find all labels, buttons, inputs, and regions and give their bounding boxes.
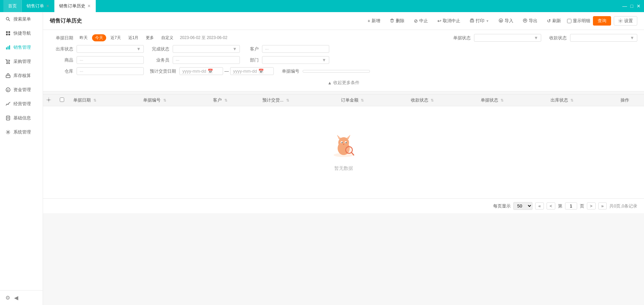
main-layout: 搜索菜单 快捷导航 销售管理 采购管理 库存核算 (0, 12, 644, 305)
th-order-no-label: 单据编号 (143, 98, 161, 103)
sidebar-item-system-mgmt[interactable]: 系统管理 (0, 125, 43, 139)
sidebar-item-basic-info[interactable]: 基础信息 (0, 111, 43, 125)
stop-icon: ⊘ (414, 18, 418, 24)
date-last1m[interactable]: 近1月 (125, 34, 142, 41)
order-no-label: 单据编号 (279, 68, 303, 74)
sidebar-settings-icon[interactable]: ⚙ (5, 295, 10, 301)
svg-rect-6 (6, 47, 7, 49)
new-label: 新增 (372, 18, 380, 24)
sidebar-item-operation-mgmt[interactable]: 经营管理 (0, 97, 43, 111)
sidebar-item-finance-mgmt[interactable]: ¥ 资金管理 (0, 83, 43, 97)
dept-select[interactable]: ▼ (262, 56, 329, 64)
inventory-icon (5, 73, 11, 78)
svg-point-40 (345, 142, 346, 143)
finance-mgmt-icon: ¥ (5, 87, 11, 92)
sidebar-item-search-menu[interactable]: 搜索菜单 (0, 12, 43, 26)
date-yesterday[interactable]: 昨天 (77, 34, 91, 41)
sidebar-item-quick-nav[interactable]: 快捷导航 (0, 26, 43, 40)
purchase-mgmt-icon (5, 59, 11, 64)
import-button[interactable]: 导入 (495, 16, 517, 26)
export-button[interactable]: 导出 (519, 16, 541, 26)
date-label: 单据日期 (50, 35, 77, 41)
window-controls: — □ ✕ (622, 3, 641, 9)
close-btn[interactable]: ✕ (637, 3, 641, 9)
sidebar-collapse-icon[interactable]: ◀ (14, 295, 18, 301)
complete-status-select[interactable]: ▼ (173, 45, 240, 53)
refresh-button[interactable]: ↺ 刷新 (544, 16, 564, 26)
tab-sales-order[interactable]: 销售订单 ✕ (22, 0, 54, 12)
select-all-checkbox[interactable] (60, 98, 64, 102)
tab-sales-order-close[interactable]: ✕ (46, 4, 49, 8)
date-custom[interactable]: 自定义 (158, 34, 176, 41)
sidebar-item-sales-mgmt[interactable]: 销售管理 (0, 40, 43, 54)
cal-icon-from: 📅 (208, 69, 213, 74)
svg-rect-8 (9, 45, 10, 49)
order-status-select[interactable]: ▼ (474, 34, 541, 42)
tab-sales-order-history-close[interactable]: ✕ (87, 4, 91, 8)
sales-input[interactable]: ··· (173, 56, 240, 64)
display-detail-checkbox[interactable] (567, 19, 571, 23)
new-button[interactable]: + 新增 (364, 16, 384, 26)
date-today[interactable]: 今天 (92, 34, 106, 41)
filter-area: 单据日期 昨天 今天 近7天 近1月 更多 自定义 2023-06-02 至 2… (43, 30, 644, 91)
filter-row-1: 单据日期 昨天 今天 近7天 近1月 更多 自定义 2023-06-02 至 2… (50, 34, 637, 42)
goods-input[interactable]: ··· (77, 56, 144, 64)
toolbar: + 新增 删除 ⊘ 中止 ↩ 取消中止 (364, 16, 637, 26)
maximize-btn[interactable]: □ (631, 3, 633, 9)
prev-page-btn[interactable]: < (547, 202, 555, 209)
last-page-btn[interactable]: » (598, 202, 607, 209)
svg-point-41 (343, 144, 344, 145)
tab-sales-order-history[interactable]: 销售订单历史 ✕ (54, 0, 96, 12)
sidebar-item-purchase-mgmt[interactable]: 采购管理 (0, 54, 43, 69)
th-order-status[interactable]: 单据状态 ⇅ (477, 94, 547, 106)
page-input[interactable] (565, 202, 577, 209)
first-page-btn[interactable]: « (535, 202, 544, 209)
th-receipt-status[interactable]: 收款状态 ⇅ (407, 94, 477, 106)
th-receipt-sort: ⇅ (431, 98, 434, 102)
delivery-date-to[interactable]: yyyy-mm-dd 📅 (230, 67, 274, 75)
delete-icon (390, 18, 394, 24)
th-date[interactable]: 单据日期 ⇅ (70, 94, 140, 106)
svg-rect-3 (8, 31, 10, 33)
delivery-date-from[interactable]: yyyy-mm-dd 📅 (179, 67, 223, 75)
refresh-label: 刷新 (552, 18, 561, 24)
th-checkbox[interactable] (56, 94, 70, 106)
sidebar-item-purchase-mgmt-label: 采购管理 (13, 59, 31, 65)
sidebar-item-inventory[interactable]: 库存核算 (0, 69, 43, 83)
sidebar-item-quick-nav-label: 快捷导航 (13, 30, 31, 36)
print-button[interactable]: 打印 ▼ (466, 16, 492, 26)
date-more[interactable]: 更多 (143, 34, 157, 41)
th-out-status[interactable]: 出库状态 ⇅ (547, 94, 617, 106)
warehouse-input[interactable]: ··· (77, 67, 144, 75)
order-no-input[interactable] (303, 70, 370, 73)
content-area: 销售订单历史 + 新增 删除 ⊘ 中止 ↩ 取消中 (43, 12, 644, 305)
delete-button[interactable]: 删除 (386, 16, 408, 26)
th-amount[interactable]: 订单金额 ⇅ (338, 94, 407, 106)
setting-button[interactable]: 设置 (614, 16, 637, 26)
next-page-btn[interactable]: > (587, 202, 596, 209)
date-dash: — (224, 69, 229, 74)
query-button[interactable]: 查询 (593, 16, 611, 26)
tab-home[interactable]: 首页 (3, 0, 22, 12)
per-page-select[interactable]: 50 10 20 100 (513, 202, 532, 210)
complete-label: 完成状态 (149, 46, 173, 52)
refresh-icon: ↺ (547, 18, 551, 24)
th-customer[interactable]: 客户 ⇅ (210, 94, 259, 106)
system-mgmt-icon (5, 129, 11, 135)
date-last7[interactable]: 近7天 (108, 34, 124, 41)
svg-rect-2 (6, 31, 8, 33)
collapse-row[interactable]: ▲ 收起更多条件 (50, 78, 637, 87)
th-order-no[interactable]: 单据编号 ⇅ (140, 94, 210, 106)
stop-button[interactable]: ⊘ 中止 (411, 16, 431, 26)
th-delivery-sort: ⇅ (286, 98, 289, 102)
receipt-status-select[interactable]: ▼ (570, 34, 637, 42)
minimize-btn[interactable]: — (622, 3, 627, 9)
cancel-stop-button[interactable]: ↩ 取消中止 (434, 16, 464, 26)
collapse-label: 收起更多条件 (333, 80, 359, 86)
svg-point-9 (7, 63, 8, 64)
customer-input[interactable]: ··· (262, 45, 329, 53)
th-delivery-date[interactable]: 预计交货... ⇅ (259, 94, 338, 106)
out-status-select[interactable]: ▼ (77, 45, 144, 53)
th-settings[interactable] (43, 94, 56, 106)
page-header: 销售订单历史 + 新增 删除 ⊘ 中止 ↩ 取消中 (43, 12, 644, 30)
